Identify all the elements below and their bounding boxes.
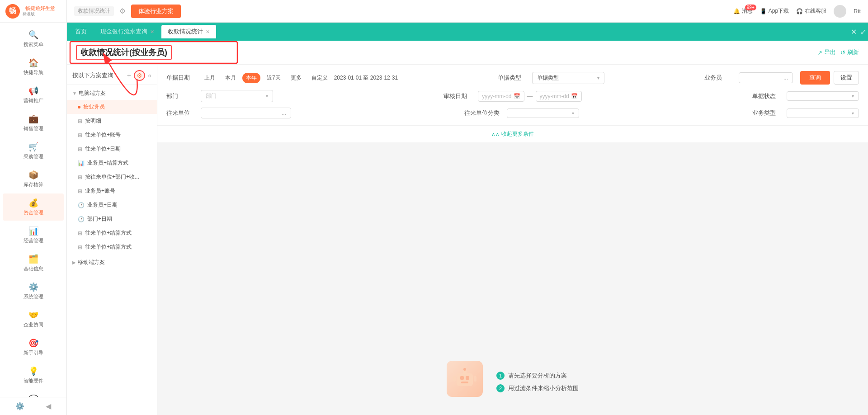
tab-receipt[interactable]: 收款情况统计 ✕ (161, 25, 216, 38)
sidebar-item-search[interactable]: 🔍 搜索菜单 (3, 25, 64, 52)
sidebar-item-operation[interactable]: 📊 经营管理 (3, 222, 64, 249)
scheme-settings-icon[interactable]: ⚙ (134, 70, 145, 81)
tab-bank-close-icon[interactable]: ✕ (150, 29, 154, 35)
content-area: 按以下方案查询 + ⚙ « ▼ 电脑端方案 (67, 65, 868, 415)
dept-select[interactable]: 部门 ▾ (201, 90, 273, 102)
corp-icon: 🤝 (28, 310, 38, 320)
bell-icon: 🔔 (733, 8, 740, 14)
tip-2: 2 用过滤条件来缩小分析范围 (496, 384, 579, 392)
sidebar-item-basic[interactable]: 🗂️ 基础信息 (3, 250, 64, 277)
doc-status-select[interactable]: ▾ (787, 91, 859, 101)
guide-icon: 🎯 (28, 338, 38, 348)
review-date-start[interactable]: yyyy-mm-dd 📅 (478, 91, 524, 102)
tab-close-all-icon[interactable]: ✕ (851, 28, 857, 36)
date-tab-this-month[interactable]: 本月 (222, 73, 240, 83)
page-actions: ↗ 导出 ↺ 刷新 (817, 48, 859, 57)
export-button[interactable]: ↗ 导出 (817, 48, 836, 57)
footer-settings-icon[interactable]: ⚙️ (15, 402, 24, 410)
date-label: 单据日期 (166, 74, 193, 82)
date-tab-more[interactable]: 更多 (287, 73, 305, 83)
refresh-button[interactable]: ↺ 刷新 (840, 48, 859, 57)
counterpart-class-select[interactable]: ▾ (507, 108, 579, 118)
tip-text-1: 请先选择要分析的方案 (508, 372, 567, 380)
panel-item-unit-dept[interactable]: ⊞ 按往来单位+部门+收... (67, 170, 157, 184)
counterpart-input[interactable]: ... (201, 108, 291, 118)
add-scheme-icon[interactable]: + (127, 71, 131, 80)
business-type-select[interactable]: ▾ (787, 108, 859, 118)
panel-item-by-salesman[interactable]: 按业务员 (67, 100, 157, 114)
salesman-input[interactable]: ... (739, 72, 793, 83)
panel-item-dept-date[interactable]: 🕐 部门+日期 (67, 212, 157, 226)
tip-num-1: 1 (496, 372, 505, 380)
user-avatar[interactable] (834, 5, 846, 18)
desktop-group-header[interactable]: ▼ 电脑端方案 (67, 87, 157, 100)
sidebar-item-hardware[interactable]: 💡 智能硬件 (3, 362, 64, 389)
dept-label: 部门 (166, 92, 193, 100)
svg-rect-1 (460, 376, 464, 380)
review-date-label: 审核日期 (443, 92, 471, 100)
page-title: 收款情况统计(按业务员) (76, 45, 172, 60)
tab-receipt-close-icon[interactable]: ✕ (206, 29, 210, 35)
date-tab-7days[interactable]: 近7天 (263, 73, 284, 83)
app-download-area[interactable]: 📱 App下载 (760, 7, 789, 15)
sidebar-item-purchase[interactable]: 🛒 采购管理 (3, 137, 64, 165)
mobile-group-header[interactable]: ▶ 移动端方案 (67, 256, 157, 269)
sidebar-item-sales[interactable]: 💼 销售管理 (3, 109, 64, 137)
sidebar-item-corp[interactable]: 🤝 企业协同 (3, 306, 64, 333)
export-icon: ↗ (817, 49, 822, 56)
query-button[interactable]: 查询 (800, 71, 830, 85)
panel-item-salesman-account[interactable]: ⊞ 业务员+账号 (67, 184, 157, 198)
panel-item-unit-date[interactable]: ⊞ 往来单位+日期 (67, 142, 157, 156)
doc-type-select[interactable]: 单据类型 ▾ (532, 72, 604, 84)
collapse-bar[interactable]: ∧∧ 收起更多条件 (157, 125, 868, 142)
setting-button[interactable]: 设置 (834, 71, 859, 85)
panel-item-unit-payment2[interactable]: ⊞ 往来单位+结算方式 (67, 240, 157, 254)
sidebar-item-wechat[interactable]: 💬 企业微信 (3, 390, 64, 397)
sidebar-item-guide[interactable]: 🎯 新手引导 (3, 334, 64, 361)
sidebar: 畅 畅捷通好生意 标准版 🔍 搜索菜单 🏠 快捷导航 📢 营销推广 💼 销售管理 (0, 0, 67, 415)
svg-rect-7 (474, 376, 476, 382)
dept-chevron: ▾ (266, 94, 268, 99)
date-tab-last-month[interactable]: 上月 (201, 73, 219, 83)
tab-bank[interactable]: 现金银行流水查询 ✕ (94, 25, 160, 38)
panel-item-salesman-date[interactable]: 🕐 业务员+日期 (67, 198, 157, 212)
sidebar-item-finance[interactable]: 💰 资金管理 (3, 193, 64, 221)
panel-item-unit-payment1[interactable]: ⊞ 往来单位+结算方式 (67, 226, 157, 240)
filter-row-1: 单据日期 上月 本月 本年 近7天 更多 自定义 2023-01-01 至 20… (166, 71, 859, 85)
business-type-label: 业务类型 (752, 109, 779, 117)
unit-payment1-icon: ⊞ (78, 230, 82, 236)
online-service-area[interactable]: 🎧 在线客服 (796, 7, 826, 15)
footer-collapse-icon[interactable]: ◀ (46, 402, 51, 410)
date-tabs: 上月 本月 本年 近7天 更多 自定义 2023-01-01 至 2023-12… (201, 73, 398, 83)
svg-rect-2 (466, 376, 469, 380)
review-date-end[interactable]: yyyy-mm-dd 📅 (536, 91, 582, 102)
sidebar-item-marketing[interactable]: 📢 营销推广 (3, 81, 64, 108)
panel-item-unit-account[interactable]: ⊞ 往来单位+账号 (67, 128, 157, 142)
doc-status-label: 单据状态 (752, 92, 779, 100)
top-header: 收款情况统计 ⚙ 体验行业方案 🔔 消息 99+ 📱 App下载 🎧 在线客服 (67, 0, 868, 23)
header-gear-icon[interactable]: ⚙ (119, 7, 126, 15)
svg-rect-6 (453, 376, 456, 382)
tab-home[interactable]: 首页 (69, 25, 93, 38)
sidebar-item-inventory[interactable]: 📦 库存核算 (3, 165, 64, 193)
sidebar-item-quick-nav[interactable]: 🏠 快捷导航 (3, 53, 64, 80)
empty-tips: 1 请先选择要分析的方案 2 用过滤条件来缩小分析范围 (496, 372, 579, 397)
panel-item-salesman-payment[interactable]: 📊 业务员+结算方式 (67, 156, 157, 170)
user-name: Rit (854, 8, 861, 14)
system-icon: ⚙️ (28, 282, 38, 292)
sidebar-item-system[interactable]: ⚙️ 系统管理 (3, 278, 64, 305)
notification-area[interactable]: 🔔 消息 99+ (733, 7, 753, 15)
tab-expand-icon[interactable]: ⤢ (860, 28, 866, 36)
date-tab-custom[interactable]: 自定义 (308, 73, 331, 83)
svg-point-5 (463, 368, 466, 371)
mobile-group-arrow: ▶ (72, 260, 76, 265)
basic-icon: 🗂️ (28, 254, 38, 264)
date-tab-this-year[interactable]: 本年 (242, 73, 260, 83)
counterpart-more-icon[interactable]: ... (282, 110, 286, 116)
svg-rect-3 (461, 382, 468, 383)
salesman-more-icon[interactable]: ... (783, 75, 788, 81)
trial-button[interactable]: 体验行业方案 (131, 5, 181, 18)
panel-item-by-detail[interactable]: ⊞ 按明细 (67, 114, 157, 128)
page-header: 收款情况统计(按业务员) ↗ 导出 ↺ 刷新 (67, 41, 868, 65)
collapse-panel-icon[interactable]: « (148, 72, 151, 79)
